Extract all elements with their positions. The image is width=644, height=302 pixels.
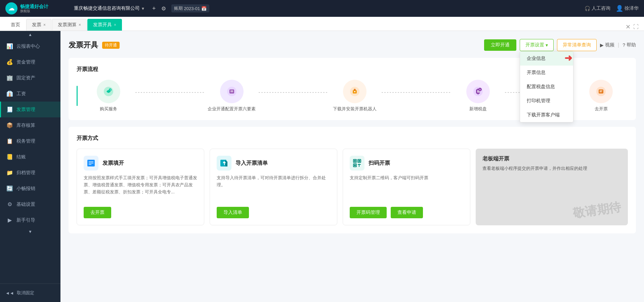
step-label-2: 企业开通配置开票六要素: [208, 106, 256, 112]
company-selector[interactable]: 重庆畅捷交通信息咨询有限公司 ▾: [71, 4, 147, 13]
cancel-fixed-label: 取消固定: [17, 290, 34, 296]
period-value: 2023-01: [184, 6, 200, 11]
download-client-label: 下载开票客户端: [527, 112, 560, 117]
page-title-area: 发票开具 待开通: [69, 40, 120, 50]
help-label: 帮助: [627, 42, 636, 48]
scan-code-manage-button[interactable]: 开票码管理: [350, 207, 387, 218]
sidebar-payroll-label: 工资: [16, 91, 26, 97]
sidebar-funds-label: 资金管理: [16, 59, 35, 65]
divider: |: [618, 42, 619, 48]
sidebar-scroll-up-button[interactable]: ▲: [0, 31, 60, 38]
play-icon: ▶: [600, 42, 604, 48]
tab-expand-button[interactable]: ⛶: [633, 24, 639, 30]
invoice-settings-button[interactable]: 开票设置 ▾: [520, 39, 554, 51]
step-icon-3: [343, 80, 367, 103]
flow-vertical-bar: [77, 86, 78, 106]
svg-rect-28: [354, 160, 356, 162]
connector-1: [135, 92, 205, 93]
tab-invoice-calc-label: 发票测算: [58, 22, 77, 28]
tab-invoice-open[interactable]: 发票开具 ×: [87, 19, 122, 31]
import-invoice-icon: [217, 156, 231, 171]
sidebar-item-payroll[interactable]: 👔 工资: [0, 86, 60, 102]
invoice-icon: 🧾: [6, 106, 13, 113]
add-tab-button[interactable]: +: [152, 5, 156, 12]
svg-rect-30: [354, 164, 356, 166]
billing-section: 开票方式 发票填开: [69, 127, 636, 233]
view-application-button[interactable]: 查看申请: [391, 207, 423, 218]
step-label-4: 新增税盘: [469, 106, 487, 112]
step-label-5: 去开票: [595, 106, 608, 112]
sidebar-scroll-down-button[interactable]: ▼: [0, 228, 60, 235]
sidebar-cloud-report-label: 云报表中心: [16, 43, 40, 49]
dropdown-item-printer[interactable]: 打印机管理: [520, 94, 573, 108]
sidebar-expense-label: 小畅报销: [16, 186, 35, 192]
fill-invoice-icon: [84, 156, 98, 171]
tab-invoice-calc-close[interactable]: ×: [79, 23, 81, 27]
user-profile-button[interactable]: 👤 徐泽华: [616, 5, 639, 12]
video-button[interactable]: ▶ 视频: [600, 42, 614, 48]
sidebar-item-funds[interactable]: 💰 资金管理: [0, 54, 60, 70]
dropdown-item-invoice-info[interactable]: 开票信息: [520, 66, 573, 80]
cloud-report-icon: 📊: [6, 43, 13, 49]
tax-icon: 📋: [6, 138, 13, 144]
settings-chevron-icon: ▾: [546, 42, 548, 48]
page-title: 发票开具: [69, 40, 98, 50]
funds-icon: 💰: [6, 59, 13, 65]
period-badge: 账期 2023-01 📅: [171, 4, 210, 12]
company-name: 重庆畅捷交通信息咨询有限公司: [74, 5, 140, 11]
invoice-settings-label: 开票设置: [525, 42, 544, 48]
scan-invoice-desc: 支持定制开票二维码，客户端可扫码开票: [350, 175, 463, 201]
sidebar-archive-label: 归档管理: [16, 170, 35, 176]
tab-home-label: 首页: [11, 22, 20, 28]
settings-icon: ⚙: [6, 201, 13, 207]
header-settings-icon[interactable]: ⚙: [161, 5, 166, 12]
dropdown-item-tax-disk[interactable]: 配置税盘信息: [520, 80, 573, 94]
help-button[interactable]: ? 帮助: [622, 42, 636, 48]
tab-invoice[interactable]: 发票 ×: [26, 19, 51, 31]
sidebar-fixed-assets-label: 固定资产: [16, 75, 35, 81]
billing-card-boss: 老板端开票 查看老板端小程序提交的开票申请，并作出相应的处理 敬请期待: [476, 149, 628, 225]
tab-invoice-calc[interactable]: 发票测算 ×: [52, 19, 87, 31]
abnormal-list-button[interactable]: 异常清单查询: [557, 39, 597, 51]
help-icon: ?: [622, 42, 625, 48]
svg-rect-29: [358, 160, 360, 162]
dropdown-item-download-client[interactable]: 下载开票客户端: [520, 108, 573, 122]
sidebar-cancel-fixed-button[interactable]: ◄◄ 取消固定: [0, 287, 60, 299]
content-area: 发票开具 待开通 立即开通 开票设置 ▾ 企业信息: [60, 31, 644, 302]
sidebar-item-cloud-report[interactable]: 📊 云报表中心: [0, 38, 60, 54]
sidebar-item-inventory[interactable]: 📦 库存核算: [0, 117, 60, 133]
boss-invoice-title: 老板端开票: [482, 155, 621, 162]
svg-text:+: +: [479, 88, 481, 91]
svg-rect-17: [599, 89, 603, 93]
sidebar-item-invoice[interactable]: 🧾 发票管理: [0, 102, 60, 117]
sidebar-item-fixed-assets[interactable]: 🏢 固定资产: [0, 70, 60, 86]
sidebar-invoice-label: 发票管理: [16, 107, 35, 113]
headset-icon: 🎧: [585, 6, 590, 11]
tab-close-all-button[interactable]: ✕: [626, 23, 631, 31]
tab-invoice-close[interactable]: ×: [43, 23, 46, 27]
sidebar-item-closing[interactable]: 📒 结账: [0, 149, 60, 165]
sidebar-item-expense[interactable]: 🔄 小畅报销: [0, 181, 60, 196]
sidebar-item-archive[interactable]: 📁 归档管理: [0, 165, 60, 181]
page-actions: 立即开通 开票设置 ▾ 企业信息 开票信息: [484, 39, 636, 51]
tab-invoice-open-label: 发票开具: [93, 22, 112, 28]
sidebar-item-tax[interactable]: 📋 税务管理: [0, 133, 60, 149]
dropdown-item-company-info[interactable]: 企业信息: [520, 51, 573, 66]
import-invoice-button[interactable]: 导入清单: [217, 207, 249, 218]
sidebar-item-guide[interactable]: ▶ 新手引导: [0, 212, 60, 228]
step-icon-5: [589, 80, 613, 103]
billing-card-scan: 扫码开票 支持定制开票二维码，客户端可扫码开票 开票码管理 查看申请: [343, 149, 470, 225]
sidebar-closing-label: 结账: [16, 154, 26, 160]
tab-invoice-open-close[interactable]: ×: [114, 23, 116, 27]
settings-dropdown-menu: 企业信息 开票信息 配置税盘信息 打印机管理 下载开票客户端: [520, 51, 573, 122]
tab-home[interactable]: 首页: [5, 19, 26, 31]
status-badge: 待开通: [102, 42, 120, 49]
app-edition: 旗舰版: [20, 9, 48, 13]
support-button[interactable]: 🎧 人工咨询: [585, 5, 610, 11]
activate-button[interactable]: 立即开通: [484, 39, 516, 51]
sidebar-item-settings[interactable]: ⚙ 基础设置: [0, 196, 60, 212]
billing-card-fill: 发票填开 支持按照发票样式手工填开发票；可开具增值税电子普通发票、增值税普通发票…: [77, 149, 204, 225]
fill-invoice-button[interactable]: 去开票: [84, 207, 111, 218]
flow-step-3: 下载并安装开票机器人: [328, 80, 382, 112]
fixed-assets-icon: 🏢: [6, 75, 13, 81]
